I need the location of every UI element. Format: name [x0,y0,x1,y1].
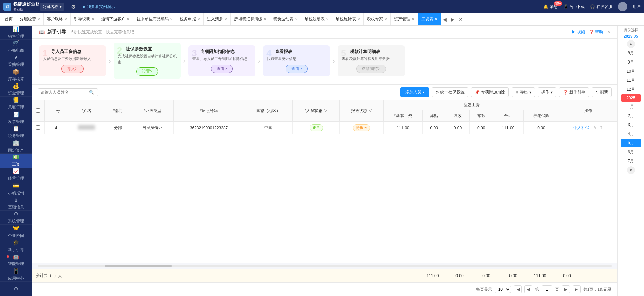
avatar[interactable] [618,2,627,11]
tab-close-icon[interactable]: ✕ [412,17,414,21]
horizontal-scrollbar[interactable] [38,265,612,267]
sidebar-item-invoice[interactable]: 🧾 发票管理 [0,111,32,125]
video-link[interactable]: ▶ 视频 [572,29,585,35]
tab-income-tax[interactable]: 所得税汇算清缴✕ [231,13,270,26]
search-icon[interactable]: 🔍 [89,90,94,95]
next-page-btn[interactable]: ▶ [562,285,570,293]
step-btn-4[interactable]: 查看> [286,65,308,73]
tab-close-icon[interactable]: ✕ [326,17,329,21]
help-link[interactable]: ❓ 帮助 [589,29,603,35]
social-security-btn[interactable]: ⚙ 统一社保设置 [432,87,468,97]
edit-icon[interactable]: ✎ [593,125,597,130]
first-page-btn[interactable]: |◀ [514,285,522,293]
last-page-btn[interactable]: ▶| [573,285,581,293]
sidebar-item-fixed-assets[interactable]: 🏢 固定资产 [0,139,32,154]
sidebar-item-ledger[interactable]: 📒 总账管理 [0,97,32,111]
tab-close-icon[interactable]: ✕ [170,17,173,21]
tab-close-icon[interactable]: ✕ [92,17,94,21]
tab-assets[interactable]: 资产管理✕ [391,13,418,26]
personal-social-security-link[interactable]: 个人社保 [573,125,589,130]
newbie-guide-btn[interactable]: ❓ 新手引导 [559,87,589,97]
year-badge-2025[interactable]: 2025 [621,94,641,102]
step-btn-1[interactable]: 导入> [61,65,83,73]
tab-guide[interactable]: 引导说明✕ [71,13,98,26]
tab-customer[interactable]: 客户联络✕ [44,13,71,26]
month-item-10[interactable]: 10月 [621,67,641,76]
month-item-2[interactable]: 2月 [621,112,641,120]
step-btn-5[interactable]: 敬请期待> [356,65,386,73]
tab-tax-wave[interactable]: 税负波动表✕ [270,13,301,26]
tab-prev-btn[interactable]: ◀ [441,17,449,22]
month-item-5[interactable]: 5月 [621,139,641,147]
month-item-1[interactable]: 1月 [621,102,641,111]
sidebar-item-system[interactable]: ⚙ 系统管理 [0,211,32,225]
tab-tax[interactable]: 税务申报✕ [176,13,204,26]
sidebar-item-salary[interactable]: 💵 工资 [0,154,32,168]
sidebar-item-inventory[interactable]: 📦 库存核算 [0,68,32,82]
sidebar-item-tax-mgmt[interactable]: 📋 税务管理 [0,125,32,139]
sidebar-item-settings[interactable]: ⚙ [0,282,32,296]
tab-next-btn[interactable]: ▶ [449,17,457,22]
sidebar-item-basic-info[interactable]: ℹ 基础信息 [0,196,32,210]
step-btn-3[interactable]: 查看> [211,65,233,73]
sidebar-item-collab[interactable]: 🤝 企业协同 [0,225,32,239]
prev-page-btn[interactable]: ◀ [524,285,532,293]
sidebar-item-ecommerce[interactable]: 🛒 小畅电商 [0,40,32,54]
tab-close-icon[interactable]: ✕ [264,17,266,21]
tab-close-icon[interactable]: ✕ [64,17,67,21]
tab-pay-wave[interactable]: 纳税波动表✕ [301,13,332,26]
refresh-btn[interactable]: ↻ 刷新 [592,87,612,97]
filter-icon[interactable]: ▽ [324,108,328,113]
month-down-btn[interactable]: ▼ [627,166,635,174]
tab-close-icon[interactable]: ✕ [37,17,40,21]
special-deduction-btn[interactable]: 📌 专项附加扣除 [471,87,509,97]
sidebar-item-app-center[interactable]: 📱 应用中心 [0,267,32,282]
app-download-button[interactable]: 📱 App下载 [563,4,585,10]
sidebar-item-operation[interactable]: 📈 经营管理 [0,168,32,182]
tab-close-icon[interactable]: ✕ [435,17,437,21]
delete-icon[interactable]: 🗑 [599,125,603,130]
message-button[interactable]: 🔔 消息 99+ [543,4,558,10]
tab-invite[interactable]: 邀请下游客户✕ [98,13,133,26]
tab-close-icon[interactable]: ✕ [295,17,298,21]
operation-btn[interactable]: 操作 ▾ [538,87,556,97]
sidebar-item-purchase[interactable]: 🛍 采购管理 [0,54,32,68]
tab-close-icon[interactable]: ✕ [384,17,387,21]
tab-close-icon[interactable]: ✕ [197,17,200,21]
month-item-7[interactable]: 7月 [621,157,641,165]
month-item-3[interactable]: 3月 [621,121,641,129]
demo-link[interactable]: ▶ 我要看实例演示 [83,4,115,10]
sidebar-item-sales[interactable]: 📊 销售管理 [0,26,32,40]
sidebar-item-finance[interactable]: 💰 资金管理 [0,82,32,96]
tab-tax-expert[interactable]: 税收专家✕ [364,13,391,26]
company-dropdown[interactable]: 公司名称 ▾ [40,3,64,11]
sidebar-item-newbie[interactable]: 🎓 新手引导 [0,239,32,253]
month-item-6[interactable]: 6月 [621,148,641,156]
export-btn[interactable]: ⬇ 导出 ▾ [512,87,535,97]
tab-close-icon[interactable]: ✕ [357,17,360,21]
month-up-btn[interactable]: ▲ [627,40,635,48]
sidebar-item-expense[interactable]: 💳 小畅报销 [0,182,32,196]
user-name[interactable]: 用户 [633,4,641,10]
page-input[interactable] [542,285,552,293]
sidebar-item-ai[interactable]: 🤖 智能管理 [0,253,32,267]
filter-icon[interactable]: ▽ [368,108,372,113]
month-item-9[interactable]: 9月 [621,58,641,67]
search-input[interactable] [41,90,88,95]
scroll-thumb[interactable] [105,265,172,267]
tab-fenzen[interactable]: 分层经营✕ [16,13,44,26]
close-guide-btn[interactable]: ✕ [607,30,610,34]
tab-product-code[interactable]: 往来单位商品编码✕ [133,13,176,26]
month-item-11[interactable]: 11月 [621,76,641,85]
tab-close-all-btn[interactable]: ✕ [457,17,465,22]
month-item-12[interactable]: 12月 [621,85,641,94]
row-checkbox[interactable] [36,125,40,130]
tab-close-icon[interactable]: ✕ [127,17,129,21]
tab-qingce[interactable]: 进入清册✕ [204,13,231,26]
online-service-button[interactable]: 🎧 在线客服 [590,4,612,10]
month-item-4[interactable]: 4月 [621,130,641,138]
tab-salary[interactable]: 工资表✕ [418,13,441,26]
month-item-8[interactable]: 8月 [621,49,641,57]
add-person-button[interactable]: 添加人员 ▾ [400,87,429,97]
step-btn-2[interactable]: 设置> [136,67,158,76]
